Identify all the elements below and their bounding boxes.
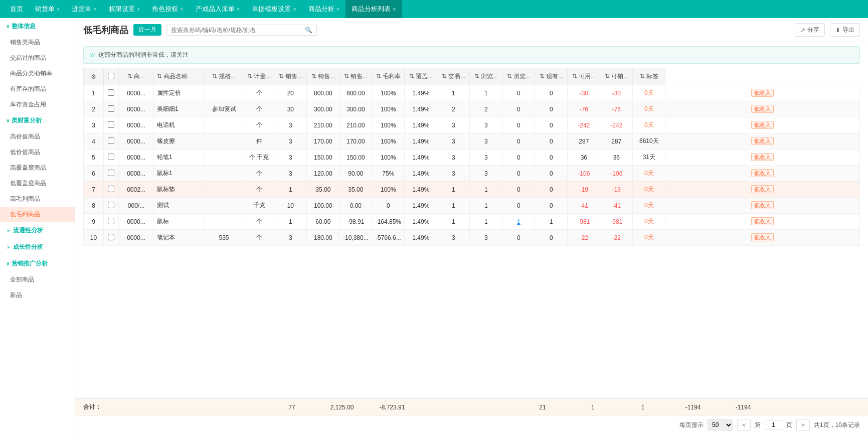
nav-template-settings[interactable]: 单据模板设置 × xyxy=(246,0,302,18)
cell-browse1[interactable]: 0 xyxy=(502,85,535,101)
nav-product-analysis-list[interactable]: 商品分析列表 × xyxy=(345,0,402,18)
cell-browse1[interactable]: 0 xyxy=(502,101,535,117)
th-tag[interactable]: ⇅ 标签 xyxy=(633,68,665,85)
row-checkbox[interactable] xyxy=(108,170,114,176)
cell-browse1[interactable]: 0 xyxy=(502,230,535,246)
th-browse2[interactable]: ⇅ 浏览... xyxy=(502,68,535,85)
sidebar-item-high-coverage[interactable]: 高覆盖度商品 xyxy=(0,160,75,176)
sidebar-item-traded-products[interactable]: 交易过的商品 xyxy=(0,50,75,66)
th-available[interactable]: ⇅ 可用... xyxy=(568,68,600,85)
close-icon[interactable]: × xyxy=(137,6,140,12)
cell-check[interactable] xyxy=(104,150,119,166)
row-checkbox[interactable] xyxy=(108,234,114,240)
close-icon[interactable]: × xyxy=(393,6,396,12)
cell-check[interactable] xyxy=(104,214,119,230)
nav-home[interactable]: 首页 xyxy=(4,0,29,18)
th-seq[interactable]: ⚙ xyxy=(84,68,104,85)
nav-purchase-order[interactable]: 进货单 × xyxy=(66,0,102,18)
cell-seq: 10 xyxy=(84,230,104,246)
cell-browse1[interactable]: 0 xyxy=(502,150,535,166)
cell-check[interactable] xyxy=(104,166,119,182)
cell-browse1[interactable]: 0 xyxy=(502,117,535,133)
row-checkbox[interactable] xyxy=(108,137,114,144)
sidebar-group-growth[interactable]: ＞ 成长性分析 xyxy=(0,239,75,255)
page-number-input[interactable] xyxy=(765,420,782,430)
row-checkbox[interactable] xyxy=(108,121,114,128)
cell-browse1[interactable]: 0 xyxy=(502,166,535,182)
sidebar-group-circulation[interactable]: ＞ 流通性分析 xyxy=(0,222,75,239)
sidebar-item-stock-capital[interactable]: 库存资金占用 xyxy=(0,97,75,112)
sidebar-item-high-value[interactable]: 高价值商品 xyxy=(0,129,75,144)
export-button[interactable]: ⬇ 导出 xyxy=(830,23,860,37)
th-sales[interactable]: ⇅ 销售... xyxy=(339,68,372,85)
row-checkbox[interactable] xyxy=(108,186,114,192)
th-coverage[interactable]: ⇅ 覆盖... xyxy=(405,68,437,85)
close-icon[interactable]: × xyxy=(57,6,60,12)
th-stock[interactable]: ⇅ 现有... xyxy=(535,68,568,85)
sidebar-item-low-margin[interactable]: 低毛利商品 xyxy=(0,207,75,222)
sidebar-group-wealth[interactable]: ∨ 类财富分析 xyxy=(0,112,75,129)
nav-product-analysis[interactable]: 商品分析 × xyxy=(302,0,345,18)
th-sellable[interactable]: ⇅ 可销... xyxy=(600,68,633,85)
cell-check[interactable] xyxy=(104,117,119,133)
th-code[interactable]: ⇅ 商... xyxy=(119,68,154,85)
search-input[interactable] xyxy=(171,27,305,34)
cell-name: 鼠标垫 xyxy=(154,182,204,198)
cell-profit-rate: 100% xyxy=(372,101,405,117)
cell-check[interactable] xyxy=(104,133,119,150)
cell-browse1[interactable]: 1 xyxy=(502,214,535,230)
sidebar-item-all-products[interactable]: 全部商品 xyxy=(0,272,75,287)
close-icon[interactable]: × xyxy=(293,6,296,12)
sidebar-group-marketing[interactable]: ∨ 营销推广分析 xyxy=(0,255,75,272)
search-icon[interactable]: 🔍 xyxy=(305,27,312,34)
th-price[interactable]: ⇅ 销售... xyxy=(307,68,339,85)
row-checkbox[interactable] xyxy=(108,105,114,112)
nav-permissions[interactable]: 权限设置 × xyxy=(103,0,146,18)
cell-browse1[interactable]: 0 xyxy=(502,133,535,150)
cell-spec: 参加复试 xyxy=(204,101,244,117)
th-unit[interactable]: ⇅ 计量... xyxy=(244,68,274,85)
row-checkbox[interactable] xyxy=(108,218,114,224)
sidebar-item-low-value[interactable]: 低价值商品 xyxy=(0,144,75,160)
nav-product-inbound[interactable]: 产成品入库单 × xyxy=(190,0,246,18)
share-button[interactable]: ↗ 分享 xyxy=(795,23,825,37)
prev-page-button[interactable]: ＜ xyxy=(737,419,751,431)
close-icon[interactable]: × xyxy=(336,6,339,12)
next-page-button[interactable]: ＞ xyxy=(796,419,810,431)
nav-sales-order[interactable]: 销货单 × xyxy=(29,0,66,18)
nav-role-auth[interactable]: 角色授权 × xyxy=(146,0,189,18)
close-icon[interactable]: × xyxy=(180,6,183,12)
sidebar-item-new-products[interactable]: 新品 xyxy=(0,287,75,303)
sidebar-item-stocked-products[interactable]: 有库存的商品 xyxy=(0,81,75,97)
row-checkbox[interactable] xyxy=(108,154,114,160)
row-checkbox[interactable] xyxy=(108,89,114,96)
close-icon[interactable]: × xyxy=(93,6,96,12)
sidebar-item-sales-products[interactable]: 销售类商品 xyxy=(0,35,75,50)
th-qty[interactable]: ⇅ 销售... xyxy=(274,68,307,85)
close-icon[interactable]: × xyxy=(237,6,240,12)
sidebar-item-high-margin[interactable]: 高毛利商品 xyxy=(0,191,75,207)
settings-icon[interactable]: ⚙ xyxy=(91,73,96,80)
cell-spec xyxy=(204,182,244,198)
cell-check[interactable] xyxy=(104,198,119,214)
cell-available: -30 xyxy=(600,85,633,101)
th-profit-rate[interactable]: ⇅ 毛利率 xyxy=(372,68,405,85)
th-name[interactable]: ⇅ 商品名称 xyxy=(154,68,204,85)
sidebar-item-category-rate[interactable]: 商品分类助销率 xyxy=(0,66,75,81)
sidebar-group-overall[interactable]: ∨ 整体信息 xyxy=(0,18,75,35)
cell-check[interactable] xyxy=(104,182,119,198)
cell-browse1[interactable]: 0 xyxy=(502,182,535,198)
cell-check[interactable] xyxy=(104,101,119,117)
th-transactions[interactable]: ⇅ 交易... xyxy=(437,68,470,85)
select-all-checkbox[interactable] xyxy=(108,73,114,79)
row-checkbox[interactable] xyxy=(108,202,114,208)
sidebar-item-low-coverage[interactable]: 低覆盖度商品 xyxy=(0,176,75,191)
cell-check[interactable] xyxy=(104,85,119,101)
cell-browse1[interactable]: 0 xyxy=(502,198,535,214)
cell-check[interactable] xyxy=(104,230,119,246)
th-check[interactable] xyxy=(104,68,119,85)
page-size-select[interactable]: 50 10 20 100 xyxy=(708,419,733,430)
th-browse1[interactable]: ⇅ 浏览... xyxy=(470,68,502,85)
th-spec[interactable]: ⇅ 规格... xyxy=(204,68,244,85)
filter-recent-month-button[interactable]: 近一月 xyxy=(133,24,161,36)
